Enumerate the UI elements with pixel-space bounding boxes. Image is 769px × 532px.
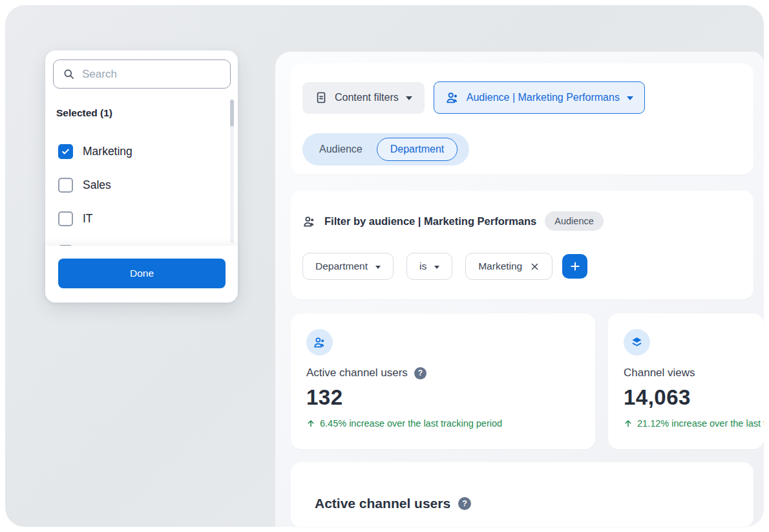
tab-audience[interactable]: Audience	[319, 144, 363, 155]
search-input[interactable]	[82, 68, 225, 81]
people-icon	[302, 215, 316, 228]
plus-icon	[569, 261, 581, 272]
audience-dropdown-label: Audience | Marketing Performans	[467, 92, 620, 103]
chevron-down-icon	[434, 266, 439, 269]
tab-department[interactable]: Department	[377, 138, 458, 161]
stat-trend: 21.12% increase over the last tracking p…	[624, 418, 764, 429]
layers-icon	[624, 329, 650, 356]
audience-dropdown[interactable]: Audience | Marketing Performans	[434, 81, 645, 114]
checkbox-label: IT	[83, 212, 93, 226]
arrow-up-icon	[306, 419, 315, 428]
add-condition-button[interactable]	[562, 254, 587, 279]
checkbox-label: Marketing	[83, 145, 132, 158]
filter-tab-group: Audience Department	[302, 133, 469, 165]
help-icon[interactable]: ?	[414, 367, 427, 379]
chart-section-card: Active channel users ?	[291, 462, 753, 527]
stat-trend-text: 21.12% increase over the last tracking p…	[637, 418, 764, 429]
checkbox-row-clipped[interactable]: Marketing	[45, 235, 238, 246]
people-icon	[445, 90, 459, 105]
checkbox-unchecked-icon[interactable]	[58, 178, 73, 193]
arrow-up-icon	[624, 419, 633, 428]
audience-filter-popup: Selected (1) Marketing Sales IT M	[45, 50, 238, 303]
selected-count-label: Selected (1)	[56, 107, 112, 119]
field-select[interactable]: Department	[302, 253, 394, 280]
filter-title-row: Filter by audience | Marketing Performan…	[302, 211, 604, 231]
close-icon[interactable]	[530, 262, 540, 271]
checkbox-label: Sales	[83, 178, 111, 192]
stat-title: Active channel users	[306, 367, 408, 379]
checkbox-row-marketing[interactable]: Marketing	[45, 134, 238, 168]
users-icon	[306, 329, 333, 356]
filter-builder-card: Filter by audience | Marketing Performan…	[291, 191, 753, 299]
search-icon	[63, 68, 75, 80]
popup-footer: Done	[45, 246, 238, 303]
toolbar-button-row: Content filters Audience | Marketing Per…	[302, 81, 645, 114]
stat-trend: 6.45% increase over the last tracking pe…	[306, 418, 595, 429]
stat-title: Channel views	[624, 367, 695, 379]
search-box	[53, 59, 231, 89]
checkbox-unchecked-icon[interactable]	[58, 211, 73, 226]
toolbar-card: Content filters Audience | Marketing Per…	[291, 63, 753, 175]
stat-value: 14,063	[624, 385, 764, 410]
value-chip[interactable]: Marketing	[465, 253, 553, 280]
checkbox-checked-icon[interactable]	[58, 144, 73, 159]
done-button[interactable]: Done	[58, 259, 226, 288]
operator-select[interactable]: is	[406, 253, 452, 280]
checkbox-list: Marketing Sales IT Marketing	[45, 134, 238, 246]
app-canvas: Content filters Audience | Marketing Per…	[0, 0, 769, 532]
scrollbar-thumb[interactable]	[230, 100, 234, 127]
checkbox-row-sales[interactable]: Sales	[45, 168, 238, 202]
chevron-down-icon	[627, 96, 633, 100]
content-filters-dropdown[interactable]: Content filters	[302, 82, 425, 114]
stat-card-channel-views: Channel views 14,063 21.12% increase ove…	[608, 314, 764, 449]
document-icon	[315, 91, 328, 104]
section-title: Active channel users	[315, 496, 450, 511]
filter-panel-title: Filter by audience | Marketing Performan…	[324, 215, 536, 228]
section-title-row: Active channel users ?	[315, 496, 471, 511]
audience-badge: Audience	[545, 211, 603, 231]
stat-card-active-users: Active channel users ? 132 6.45% increas…	[291, 314, 595, 449]
chevron-down-icon	[375, 266, 381, 269]
chevron-down-icon	[406, 96, 412, 100]
checkbox-row-it[interactable]: IT	[45, 202, 238, 235]
filter-condition-row: Department is Marketing	[302, 253, 587, 280]
content-filters-label: Content filters	[335, 92, 399, 103]
stat-value: 132	[306, 385, 595, 410]
operator-select-label: is	[419, 261, 427, 272]
field-select-label: Department	[315, 261, 368, 272]
help-icon[interactable]: ?	[458, 497, 471, 510]
value-chip-label: Marketing	[478, 261, 522, 272]
stat-trend-text: 6.45% increase over the last tracking pe…	[320, 418, 502, 429]
